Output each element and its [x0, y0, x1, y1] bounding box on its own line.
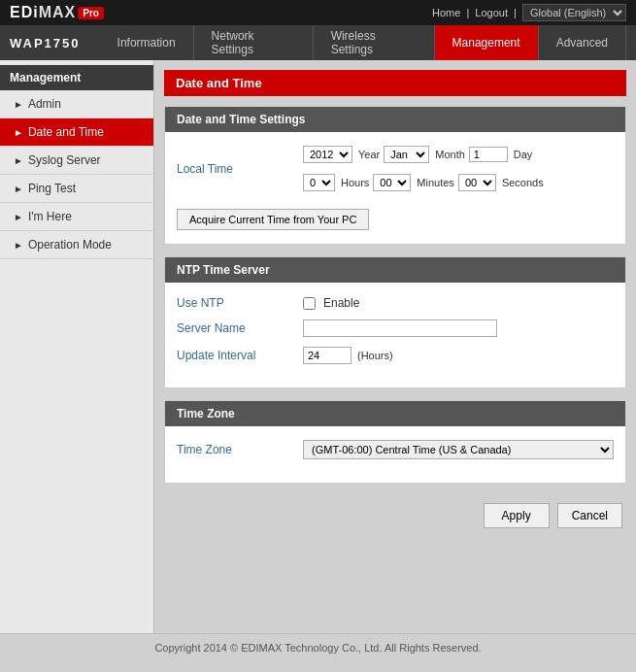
- logo: EDiMAX: [10, 4, 76, 21]
- use-ntp-label: Use NTP: [177, 296, 303, 310]
- time-row: 0123 4567 Hours 00153045 Minutes 0015304…: [303, 174, 544, 191]
- arrow-icon: ►: [14, 184, 23, 194]
- tab-network-settings[interactable]: Network Settings: [194, 25, 314, 60]
- enable-label: Enable: [323, 296, 359, 310]
- year-select[interactable]: 2012 2013 2014: [303, 146, 352, 163]
- action-buttons: Apply Cancel: [164, 495, 626, 536]
- seconds-label: Seconds: [502, 177, 544, 188]
- arrow-icon: ►: [14, 99, 23, 110]
- day-label: Day: [514, 149, 533, 160]
- ntp-section: NTP Time Server Use NTP Enable Server Na…: [164, 256, 626, 388]
- datetime-settings-body: Local Time 2012 2013 2014 Year JanFebMar…: [165, 132, 625, 244]
- tab-wireless-settings[interactable]: Wireless Settings: [314, 25, 435, 60]
- hours-label: Hours: [341, 177, 369, 188]
- sidebar-item-date-time[interactable]: ► Date and Time: [0, 118, 153, 147]
- main-layout: Management ► Admin ► Date and Time ► Sys…: [0, 60, 636, 633]
- sidebar: Management ► Admin ► Date and Time ► Sys…: [0, 60, 154, 633]
- timezone-body: Time Zone (GMT-06:00) Central Time (US &…: [165, 426, 625, 483]
- top-links: Home | Logout | Global (English): [432, 4, 626, 21]
- timezone-section: Time Zone Time Zone (GMT-06:00) Central …: [164, 400, 626, 484]
- server-name-row: Server Name: [177, 319, 614, 337]
- minutes-label: Minutes: [417, 177, 454, 188]
- logout-link[interactable]: Logout: [475, 7, 508, 18]
- logo-area: EDiMAX Pro: [10, 4, 104, 21]
- local-time-label: Local Time: [177, 162, 303, 176]
- hours-unit-label: (Hours): [357, 350, 393, 361]
- timezone-header: Time Zone: [165, 401, 625, 426]
- use-ntp-row: Use NTP Enable: [177, 296, 614, 310]
- apply-button[interactable]: Apply: [484, 503, 550, 528]
- timezone-row: Time Zone (GMT-06:00) Central Time (US &…: [177, 440, 614, 459]
- ntp-body: Use NTP Enable Server Name Update Interv…: [165, 283, 625, 387]
- server-name-input[interactable]: [303, 319, 497, 337]
- sidebar-item-operation-mode[interactable]: ► Operation Mode: [0, 231, 153, 259]
- footer-text: Copyright 2014 © EDIMAX Technology Co., …: [154, 642, 481, 654]
- language-select[interactable]: Global (English): [522, 4, 626, 21]
- ntp-header: NTP Time Server: [165, 257, 625, 283]
- update-interval-row: Update Interval (Hours): [177, 347, 614, 364]
- datetime-settings-section: Date and Time Settings Local Time 2012 2…: [164, 106, 626, 245]
- month-select[interactable]: JanFebMarApr MayJunJulAug SepOctNovDec: [384, 146, 429, 163]
- day-input[interactable]: [469, 147, 508, 162]
- hour-select[interactable]: 0123 4567: [303, 174, 335, 191]
- tab-advanced[interactable]: Advanced: [539, 25, 626, 60]
- sidebar-item-ping-test[interactable]: ► Ping Test: [0, 175, 153, 203]
- update-interval-input[interactable]: [303, 347, 351, 364]
- timezone-select[interactable]: (GMT-06:00) Central Time (US & Canada) (…: [303, 440, 614, 459]
- arrow-icon: ►: [14, 212, 23, 222]
- page-title: Date and Time: [164, 70, 626, 96]
- second-select[interactable]: 00153045: [458, 174, 496, 191]
- datetime-settings-header: Date and Time Settings: [165, 107, 625, 132]
- update-interval-label: Update Interval: [177, 349, 303, 362]
- minute-select[interactable]: 00153045: [373, 174, 411, 191]
- tab-information[interactable]: Information: [100, 25, 194, 60]
- month-label: Month: [435, 149, 465, 160]
- footer: Copyright 2014 © EDIMAX Technology Co., …: [0, 633, 636, 661]
- timezone-controls: (GMT-06:00) Central Time (US & Canada) (…: [303, 440, 614, 459]
- local-time-row: Local Time 2012 2013 2014 Year JanFebMar…: [177, 146, 614, 191]
- tab-management[interactable]: Management: [435, 25, 539, 60]
- home-link[interactable]: Home: [432, 7, 460, 18]
- year-label: Year: [358, 149, 380, 160]
- sidebar-title: Management: [0, 65, 153, 90]
- use-ntp-controls: Enable: [303, 296, 359, 310]
- ntp-enable-checkbox[interactable]: [303, 297, 316, 310]
- arrow-icon: ►: [14, 127, 23, 138]
- top-bar: EDiMAX Pro Home | Logout | Global (Engli…: [0, 0, 636, 25]
- server-name-label: Server Name: [177, 321, 303, 335]
- update-interval-controls: (Hours): [303, 347, 393, 364]
- timezone-label: Time Zone: [177, 443, 303, 456]
- nav-tabs: Information Network Settings Wireless Se…: [100, 25, 626, 60]
- sidebar-item-syslog[interactable]: ► Syslog Server: [0, 147, 153, 175]
- logo-pro: Pro: [78, 7, 104, 19]
- sidebar-item-admin[interactable]: ► Admin: [0, 90, 153, 118]
- server-name-controls: [303, 319, 497, 337]
- date-row: 2012 2013 2014 Year JanFebMarApr MayJunJ…: [303, 146, 544, 163]
- model-bar: WAP1750 Information Network Settings Wir…: [0, 25, 636, 60]
- arrow-icon: ►: [14, 240, 23, 251]
- acquire-time-button[interactable]: Acquire Current Time from Your PC: [177, 209, 369, 230]
- cancel-button[interactable]: Cancel: [557, 503, 622, 528]
- model-name: WAP1750: [10, 36, 81, 50]
- arrow-icon: ►: [14, 155, 23, 166]
- sidebar-item-im-here[interactable]: ► I'm Here: [0, 203, 153, 231]
- content-area: Date and Time Date and Time Settings Loc…: [154, 60, 636, 633]
